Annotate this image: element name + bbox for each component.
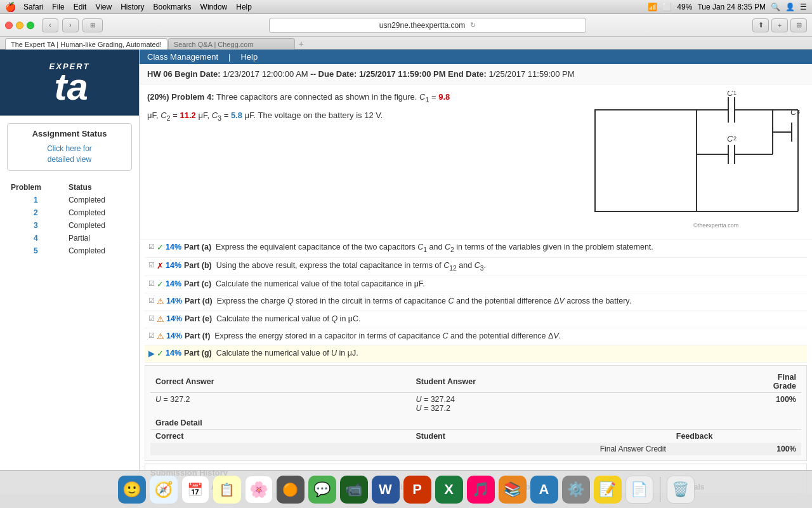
final-answer-credit-row: Final Answer Credit 100% bbox=[150, 443, 801, 455]
class-mgmt-bar: Class Management | Help bbox=[140, 50, 812, 64]
wifi-icon: 📶 bbox=[648, 3, 657, 11]
problem-number: 5 bbox=[7, 244, 65, 257]
problem-row[interactable]: 1Completed bbox=[7, 194, 132, 206]
dock-calculator[interactable]: 🟠 bbox=[277, 476, 304, 504]
tab-chegg-label: Search Q&A | Chegg.com bbox=[174, 41, 254, 48]
user-icon[interactable]: 👤 bbox=[785, 3, 795, 11]
apple-logo[interactable]: 🍎 bbox=[5, 2, 16, 12]
part-f-warn-icon: ⚠ bbox=[157, 331, 164, 342]
part-f-label: Part (f) bbox=[185, 331, 210, 342]
tab-expertta[interactable]: The Expert TA | Human-like Grading, Auto… bbox=[5, 38, 167, 50]
part-c-label: Part (c) bbox=[184, 279, 211, 290]
new-tab-button[interactable]: + bbox=[296, 38, 307, 50]
part-f-text: Express the energy stored in a capacitor… bbox=[210, 331, 803, 342]
grade-detail-label: Grade Detail bbox=[155, 418, 202, 427]
part-d-text: Express the charge Q stored in the circu… bbox=[213, 296, 803, 307]
tab-chegg[interactable]: Search Q&A | Chegg.com bbox=[168, 38, 295, 50]
circuit-diagram: C 1 C 2 bbox=[589, 91, 804, 232]
add-tab-button[interactable]: + bbox=[771, 18, 788, 32]
dock-sysprefs[interactable]: ⚙️ bbox=[562, 476, 590, 504]
dock-powerpoint[interactable]: P bbox=[403, 476, 431, 504]
menu-help[interactable]: Help bbox=[236, 3, 252, 11]
dock-photos[interactable]: 🌸 bbox=[245, 476, 273, 504]
problem-status: Completed bbox=[65, 244, 132, 257]
dock-itunes[interactable]: 🎵 bbox=[467, 476, 495, 504]
problem-status: Completed bbox=[65, 194, 132, 206]
problem-row[interactable]: 3Completed bbox=[7, 219, 132, 232]
back-button[interactable]: ‹ bbox=[42, 18, 58, 32]
part-e-checkbox[interactable]: ☑ bbox=[148, 314, 155, 323]
part-a-text: Express the equivalent capacitance of th… bbox=[211, 242, 803, 255]
dock-trash[interactable]: 🗑️ bbox=[667, 476, 695, 504]
dock-notes[interactable]: 📋 bbox=[213, 476, 241, 504]
dock-finder[interactable]: 🙂 bbox=[118, 476, 146, 504]
maximize-button[interactable] bbox=[27, 22, 34, 29]
share-button[interactable]: ⬆ bbox=[752, 18, 769, 32]
part-a-checkbox[interactable]: ☑ bbox=[148, 242, 155, 251]
menu-view[interactable]: View bbox=[95, 3, 112, 11]
part-f-checkbox[interactable]: ☑ bbox=[148, 331, 155, 340]
svg-text:©theexpertta.com: ©theexpertta.com bbox=[693, 222, 738, 229]
part-d-pct: 14% bbox=[166, 296, 182, 307]
problem-status: Completed bbox=[65, 219, 132, 232]
problem-row[interactable]: 5Completed bbox=[7, 244, 132, 257]
forward-button[interactable]: › bbox=[62, 18, 79, 32]
sidebar-toggle[interactable]: ⊞ bbox=[82, 18, 103, 32]
part-b-text: Using the above result, express the tota… bbox=[212, 260, 803, 273]
problem-row[interactable]: 4Partial bbox=[7, 232, 132, 244]
dock-excel[interactable]: X bbox=[435, 476, 463, 504]
grade-detail-row: Grade Detail bbox=[150, 415, 801, 430]
parts-list: ☑ ✓ 14% Part (a) Express the equivalent … bbox=[140, 239, 812, 363]
menu-file[interactable]: File bbox=[52, 3, 64, 11]
dock-ibooks[interactable]: 📚 bbox=[499, 476, 527, 504]
part-g-pct: 14% bbox=[166, 348, 181, 359]
dock-textedit[interactable]: 📄 bbox=[625, 476, 653, 504]
class-management-link[interactable]: Class Management bbox=[147, 52, 218, 62]
assignment-status-box: Assignment Status Click here for detaile… bbox=[7, 123, 132, 171]
part-c-checkbox[interactable]: ☑ bbox=[148, 279, 155, 288]
problems-table: Problem Status 1Completed2Completed3Comp… bbox=[7, 181, 132, 257]
dock-safari[interactable]: 🧭 bbox=[150, 476, 178, 504]
unit2: μF, C3 = bbox=[198, 110, 230, 120]
extensions-button[interactable]: ⊞ bbox=[790, 18, 807, 32]
dock-word[interactable]: W bbox=[372, 476, 400, 504]
menu-edit[interactable]: Edit bbox=[74, 3, 87, 11]
feedback-label: Feedback bbox=[671, 430, 801, 443]
problem-row[interactable]: 2Completed bbox=[7, 206, 132, 219]
menu-bookmarks[interactable]: Bookmarks bbox=[154, 3, 192, 11]
part-g-arrow-icon: ▶ bbox=[148, 348, 155, 359]
part-d-checkbox[interactable]: ☑ bbox=[148, 296, 155, 305]
final-answer-credit-value: 100% bbox=[671, 443, 801, 455]
svg-rect-0 bbox=[595, 110, 697, 211]
grade-answer-row: U = 327.2 U = 327.24 U = 327.2 100% bbox=[150, 393, 801, 415]
help-link[interactable]: Help bbox=[240, 52, 258, 62]
assignment-status-title: Assignment Status bbox=[13, 129, 126, 138]
svg-text:2: 2 bbox=[733, 135, 737, 142]
final-grade-header: Final Grade bbox=[671, 371, 801, 393]
part-e-label: Part (e) bbox=[185, 314, 212, 325]
reload-icon[interactable]: ↻ bbox=[470, 21, 476, 29]
part-c-check-icon: ✓ bbox=[157, 279, 164, 290]
dock-calendar[interactable]: 📅 bbox=[181, 476, 209, 504]
dock-messages[interactable]: 💬 bbox=[308, 476, 336, 504]
problem-number: 1 bbox=[7, 194, 65, 206]
menu-history[interactable]: History bbox=[121, 3, 144, 11]
address-bar[interactable]: usn29ne.theexpertta.com ↻ bbox=[269, 18, 586, 33]
url-text: usn29ne.theexpertta.com bbox=[379, 21, 465, 30]
dock-stickies[interactable]: 📝 bbox=[594, 476, 622, 504]
search-icon[interactable]: 🔍 bbox=[771, 3, 780, 11]
menu-safari[interactable]: Safari bbox=[23, 3, 43, 11]
dock-facetime[interactable]: 📹 bbox=[340, 476, 368, 504]
part-a-check-icon: ✓ bbox=[157, 242, 164, 253]
close-button[interactable] bbox=[5, 22, 13, 29]
problem-status: Partial bbox=[65, 232, 132, 244]
menu-window[interactable]: Window bbox=[200, 3, 228, 11]
part-g-check-icon: ✓ bbox=[157, 348, 164, 359]
part-b-checkbox[interactable]: ☑ bbox=[148, 260, 155, 270]
click-here-link[interactable]: Click here for detailed view bbox=[13, 144, 126, 165]
list-icon[interactable]: ☰ bbox=[800, 3, 807, 11]
minimize-button[interactable] bbox=[16, 22, 23, 29]
svg-text:C: C bbox=[727, 91, 733, 98]
student-answer-2: U = 327.2 bbox=[416, 404, 665, 413]
dock-appstore[interactable]: A bbox=[530, 476, 558, 504]
